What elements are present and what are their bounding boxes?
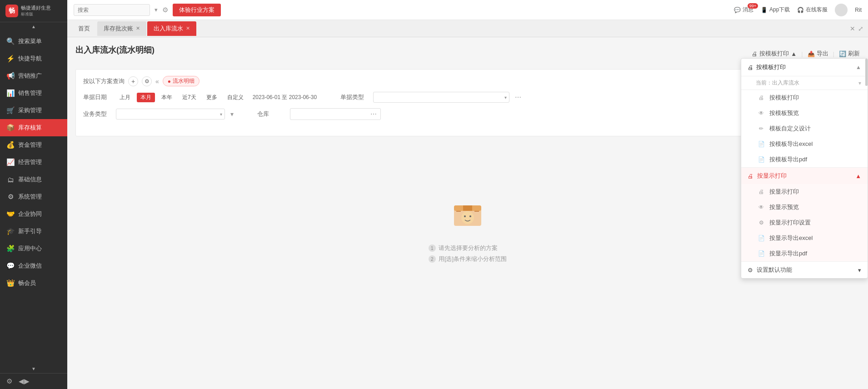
topbar-online-service[interactable]: 🎧 在线客服 xyxy=(797,6,828,14)
quicknav-icon: ⚡ xyxy=(6,55,15,63)
toolbar-sep1: | xyxy=(801,50,803,57)
topbar-search-input[interactable] xyxy=(74,4,150,16)
sidebar-item-system[interactable]: ⚙ 系统管理 xyxy=(0,188,67,205)
wechat-icon: 💬 xyxy=(6,262,15,270)
industry-solution-button[interactable]: 体验行业方案 xyxy=(173,4,221,16)
filter-collapse-button[interactable]: « xyxy=(155,78,159,85)
display-excel-icon: 📄 xyxy=(758,235,765,241)
filter-bill-type-select[interactable] xyxy=(373,92,509,103)
sidebar-collapse-icon[interactable]: ◀▶ xyxy=(19,377,30,385)
tabbar-maximize[interactable]: ⤢ xyxy=(858,25,863,32)
tabbar: 首页 库存批次账 ✕ 出入库流水 ✕ ✕ ⤢ xyxy=(67,20,868,37)
sidebar-item-apps[interactable]: 🧩 应用中心 xyxy=(0,240,67,257)
filter-tag-label: 流水明细 xyxy=(173,77,195,85)
export-button[interactable]: 📤 导出 xyxy=(808,50,828,58)
username-label[interactable]: Rit xyxy=(855,7,862,13)
display-pdf-icon: 📄 xyxy=(758,250,765,257)
filter-date-last-month[interactable]: 上月 xyxy=(116,93,134,102)
display-pdf-label: 按显示导出pdf xyxy=(769,249,807,258)
tab-batch-close[interactable]: ✕ xyxy=(136,25,140,31)
dropdown-template-custom[interactable]: ✏ 模板自定义设计 xyxy=(741,121,868,136)
filter-settings-button[interactable]: ⚙ xyxy=(142,76,152,86)
tab-batch-label: 库存批次账 xyxy=(104,25,133,33)
sidebar-item-quicknav[interactable]: ⚡ 快捷导航 xyxy=(0,50,67,67)
dropdown-display-print[interactable]: 🖨 按显示打印 xyxy=(741,184,868,199)
filter-bill-type-label: 单据类型 xyxy=(340,93,368,101)
sidebar-item-marketing[interactable]: 📢 营销推广 xyxy=(0,67,67,85)
filter-add-button[interactable]: + xyxy=(128,76,138,86)
vip-icon: 👑 xyxy=(6,279,15,287)
print-button[interactable]: 🖨 按模板打印 ▲ xyxy=(752,50,797,58)
refresh-button[interactable]: 🔄 刷新 xyxy=(839,50,860,58)
display-section-arrow[interactable]: ▲ xyxy=(855,173,861,180)
sidebar-item-label: 搜索菜单 xyxy=(18,37,42,45)
filter-bill-type-dots[interactable]: ⋯ xyxy=(515,94,521,101)
toolbar-sep2: | xyxy=(833,50,834,57)
tab-batch[interactable]: 库存批次账 ✕ xyxy=(97,21,146,36)
filter-date-this-year[interactable]: 本年 xyxy=(158,93,176,102)
template-custom-label: 模板自定义设计 xyxy=(769,125,811,133)
sidebar-item-search[interactable]: 🔍 搜索菜单 xyxy=(0,33,67,50)
tab-home-label: 首页 xyxy=(78,25,90,33)
sidebar-item-wechat[interactable]: 💬 企业微信 xyxy=(0,257,67,274)
tab-flow-close[interactable]: ✕ xyxy=(186,25,190,31)
dropdown-template-pdf[interactable]: 📄 按模板导出pdf xyxy=(741,152,868,167)
print-dropdown-panel: 🖨 按模板打印 ▲ 当前：出入库流水 ▾ 🖨 按模板打印 👁 xyxy=(741,58,868,279)
topbar-app-download[interactable]: 📱 App下载 xyxy=(761,6,790,14)
filter-date-more[interactable]: 更多 xyxy=(203,93,221,102)
sidebar-item-inventory[interactable]: 📦 库存核算 xyxy=(0,119,67,136)
dropdown-display-settings[interactable]: ⚙ 按显示打印设置 xyxy=(741,215,868,230)
dropdown-scroll-thumb[interactable] xyxy=(865,59,868,86)
tab-flow[interactable]: 出入库流水 ✕ xyxy=(147,21,196,36)
dropdown-section-display-header[interactable]: 🖨 按显示打印 ▲ xyxy=(741,168,868,184)
template-preview-label: 按模板预览 xyxy=(769,109,799,117)
empty-tip-1: 1 请先选择要分析的方案 xyxy=(429,244,507,252)
topbar-gear-icon[interactable]: ⚙ xyxy=(162,6,168,14)
dropdown-template-preview[interactable]: 👁 按模板预览 xyxy=(741,105,868,121)
filter-date-last7days[interactable]: 近7天 xyxy=(179,93,200,102)
dropdown-current-arrow[interactable]: ▾ xyxy=(858,80,861,86)
page-title: 出入库流水(流水明细) xyxy=(75,45,155,55)
sidebar-scroll-down[interactable]: ▼ xyxy=(0,364,67,373)
user-avatar[interactable] xyxy=(835,4,848,16)
svg-point-4 xyxy=(464,215,466,217)
filter-biz-arrow[interactable]: ▾ xyxy=(230,110,234,118)
topbar-dropdown-arrow[interactable]: ▾ xyxy=(155,6,158,13)
dropdown-display-preview[interactable]: 👁 按显示预览 xyxy=(741,199,868,215)
display-preview-icon: 👁 xyxy=(758,204,765,210)
filter-warehouse-selector[interactable]: ⋯ xyxy=(290,108,381,120)
dropdown-template-excel[interactable]: 📄 按模板导出excel xyxy=(741,136,868,152)
message-badge: 99+ xyxy=(748,3,758,9)
filter-date-this-month[interactable]: 本月 xyxy=(137,93,155,102)
sidebar-item-base[interactable]: 🗂 基础信息 xyxy=(0,171,67,188)
filter-warehouse-dots[interactable]: ⋯ xyxy=(370,110,377,118)
filter-biz-type-select[interactable] xyxy=(116,109,225,120)
sidebar-item-operations[interactable]: 📈 经营管理 xyxy=(0,154,67,171)
sidebar-item-finance[interactable]: 💰 资金管理 xyxy=(0,136,67,154)
dropdown-template-print[interactable]: 🖨 按模板打印 xyxy=(741,90,868,105)
topbar: ▾ ⚙ 体验行业方案 💬 消息 99+ 📱 App下载 🎧 在线客服 Rit xyxy=(67,0,868,20)
dropdown-collapse-arrow[interactable]: ▲ xyxy=(856,64,861,70)
dropdown-display-pdf[interactable]: 📄 按显示导出pdf xyxy=(741,246,868,261)
main-area: ▾ ⚙ 体验行业方案 💬 消息 99+ 📱 App下载 🎧 在线客服 Rit 首… xyxy=(67,0,868,389)
sidebar-item-purchase[interactable]: 🛒 采购管理 xyxy=(0,102,67,119)
dropdown-scrollbar[interactable] xyxy=(865,59,868,278)
empty-tips: 1 请先选择要分析的方案 2 用[选]条件来缩小分析范围 xyxy=(429,244,507,266)
current-label-text: 当前：出入库流水 xyxy=(756,80,799,86)
template-excel-icon: 📄 xyxy=(758,141,765,147)
sidebar-settings-icon[interactable]: ⚙ xyxy=(6,377,12,385)
filter-date-custom[interactable]: 自定义 xyxy=(224,93,247,102)
dropdown-footer[interactable]: ⚙ 设置默认功能 ▾ xyxy=(741,261,868,278)
sidebar-item-label: 采购管理 xyxy=(18,106,42,115)
sidebar-item-collab[interactable]: 🤝 企业协同 xyxy=(0,205,67,223)
sidebar-item-newbie[interactable]: 🎓 新手引导 xyxy=(0,223,67,240)
tab-home[interactable]: 首页 xyxy=(72,21,96,36)
display-settings-icon: ⚙ xyxy=(758,219,765,226)
filter-prefix-label: 按以下方案查询 xyxy=(83,77,125,85)
dropdown-display-excel[interactable]: 📄 按显示导出excel xyxy=(741,230,868,246)
sidebar-scroll-up[interactable]: ▲ xyxy=(0,22,67,31)
tabbar-close-all[interactable]: ✕ xyxy=(850,25,855,32)
topbar-messages[interactable]: 💬 消息 99+ xyxy=(734,6,753,14)
sidebar-item-sales[interactable]: 📊 销售管理 xyxy=(0,85,67,102)
sidebar-item-vip[interactable]: 👑 畅会员 xyxy=(0,274,67,292)
